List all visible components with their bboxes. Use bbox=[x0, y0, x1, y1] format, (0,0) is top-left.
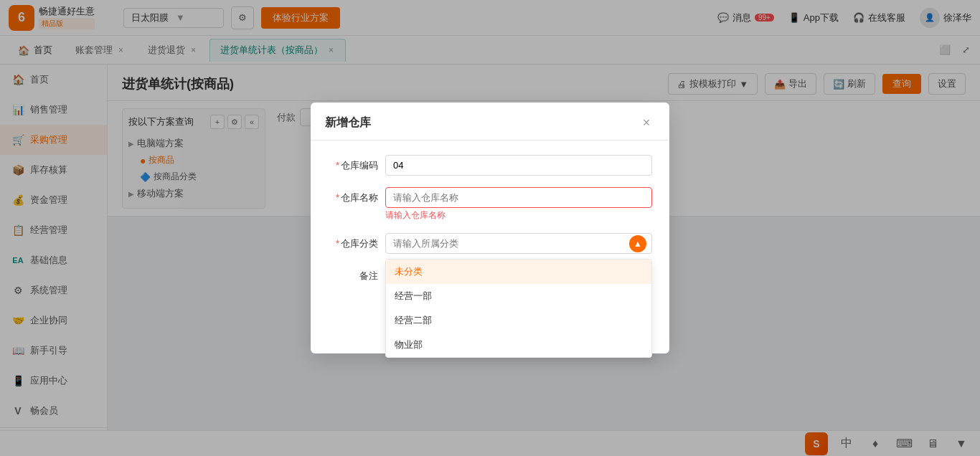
dropdown-toggle-button[interactable]: ▲ bbox=[629, 235, 646, 252]
form-row-code: 仓库编码 bbox=[328, 155, 652, 176]
dropdown-item-3[interactable]: 物业部 bbox=[386, 333, 651, 357]
name-label: 仓库名称 bbox=[328, 187, 378, 204]
dropdown-item-1[interactable]: 经营一部 bbox=[386, 284, 651, 308]
modal-title: 新增仓库 bbox=[325, 115, 371, 130]
dropdown-item-0[interactable]: 未分类 bbox=[386, 260, 651, 284]
name-error-msg: 请输入仓库名称 bbox=[385, 209, 652, 222]
modal-header: 新增仓库 × bbox=[311, 103, 669, 141]
category-dropdown-list: 未分类 经营一部 经营二部 物业部 bbox=[385, 259, 652, 358]
note-label: 备注 bbox=[328, 265, 378, 282]
category-dropdown-wrap: ▲ 未分类 经营一部 经营二部 物业部 bbox=[385, 233, 652, 254]
form-row-category: 仓库分类 ▲ 未分类 经营一部 经营二部 物业部 bbox=[328, 233, 652, 254]
code-label: 仓库编码 bbox=[328, 155, 378, 172]
form-row-name: 仓库名称 请输入仓库名称 bbox=[328, 187, 652, 222]
modal-close-button[interactable]: × bbox=[638, 114, 655, 131]
modal-body: 仓库编码 仓库名称 请输入仓库名称 仓库分类 ▲ bbox=[311, 141, 669, 312]
dropdown-item-2[interactable]: 经营二部 bbox=[386, 308, 651, 333]
name-input[interactable] bbox=[385, 187, 652, 208]
category-label: 仓库分类 bbox=[328, 233, 378, 250]
category-input[interactable] bbox=[385, 233, 652, 254]
code-input[interactable] bbox=[385, 155, 652, 176]
modal-overlay[interactable]: 新增仓库 × 仓库编码 仓库名称 请输入仓库名称 仓库分类 bbox=[0, 0, 980, 456]
modal-new-warehouse: 新增仓库 × 仓库编码 仓库名称 请输入仓库名称 仓库分类 bbox=[311, 103, 669, 353]
